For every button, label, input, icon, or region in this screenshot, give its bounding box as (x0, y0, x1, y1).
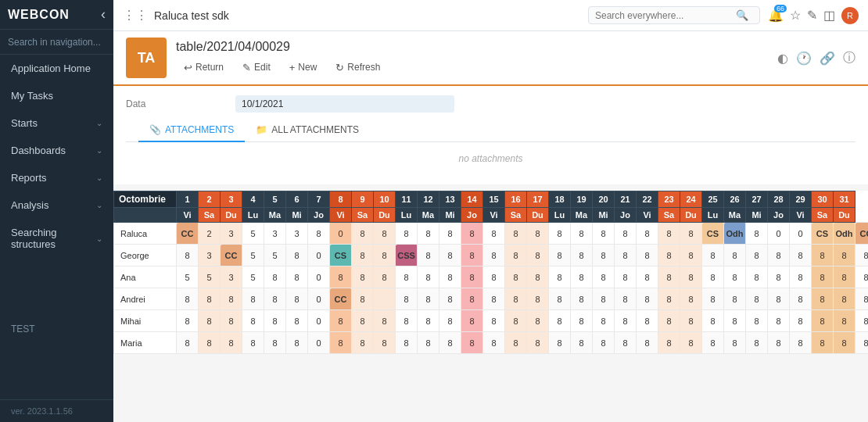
calendar-cell: CC (855, 223, 869, 245)
calendar-cell: 8 (374, 266, 396, 288)
calendar-cell: 8 (855, 310, 869, 332)
star-icon[interactable]: ☆ (790, 8, 801, 23)
calendar-cell: 8 (286, 266, 308, 288)
calendar-cell: 0 (330, 223, 352, 245)
edit-icon[interactable]: ✎ (807, 8, 817, 23)
calendar-cell: 8 (439, 223, 461, 245)
info-icon[interactable]: ⓘ (843, 50, 855, 66)
search-input[interactable] (595, 10, 736, 21)
calendar-cell: 5 (177, 266, 199, 288)
sidebar-item-searching-structures[interactable]: Searching structures ⌄ (0, 219, 113, 258)
tab-attachments[interactable]: 📎 ATTACHMENTS (138, 119, 245, 142)
calendar-cell: 8 (199, 310, 221, 332)
sidebar-collapse-button[interactable]: ‹ (101, 6, 106, 23)
calendar-cell: 8 (527, 310, 549, 332)
refresh-button[interactable]: ↻ Refresh (328, 59, 388, 77)
new-button[interactable]: + New (282, 59, 325, 77)
calendar-cell: 8 (177, 310, 199, 332)
row-name-cell: Ana (114, 266, 177, 288)
calendar-cell: 8 (812, 288, 834, 310)
calendar-cell: 8 (768, 288, 790, 310)
chevron-down-icon: ⌄ (96, 146, 102, 155)
user-icon[interactable]: R (841, 7, 859, 24)
calendar-cell: 8 (549, 310, 571, 332)
sidebar-item-starts[interactable]: Starts ⌄ (0, 109, 113, 137)
calendar-cell: 8 (658, 266, 680, 288)
calendar-cell: 8 (680, 245, 702, 266)
calendar-cell (374, 288, 396, 310)
calendar-cell: 8 (330, 266, 352, 288)
layout-icon[interactable]: ◫ (823, 8, 835, 23)
calendar-cell: 8 (483, 288, 505, 310)
calendar-cell: 8 (593, 245, 615, 266)
sidebar-item-analysis[interactable]: Analysis ⌄ (0, 191, 113, 219)
calendar-cell: 5 (264, 245, 286, 266)
search-icon: 🔍 (736, 9, 748, 21)
calendar-cell: 8 (593, 223, 615, 245)
calendar-cell: 8 (549, 223, 571, 245)
calendar-cell: 8 (615, 332, 637, 354)
sidebar-item-my-tasks[interactable]: My Tasks (0, 82, 113, 109)
edit-button[interactable]: ✎ Edit (235, 59, 278, 77)
calendar-cell: 8 (637, 223, 658, 245)
calendar-cell: Odh (724, 223, 746, 245)
tab-all-attachments[interactable]: 📁 ALL ATTACHMENTS (245, 119, 370, 142)
calendar-cell: 8 (790, 288, 812, 310)
calendar-cell: 8 (812, 332, 834, 354)
calendar-cell: 0 (308, 332, 330, 354)
toggle-icon[interactable]: ◐ (777, 51, 788, 66)
sidebar-item-reports[interactable]: Reports ⌄ (0, 164, 113, 191)
calendar-cell: 8 (724, 266, 746, 288)
calendar-cell: CC (221, 245, 242, 266)
calendar-cell: 5 (199, 266, 221, 288)
calendar-cell: 8 (221, 310, 242, 332)
calendar-cell: CS (702, 223, 724, 245)
topbar-icons: 🔔 66 ☆ ✎ ◫ R (768, 7, 859, 24)
calendar-cell: 8 (264, 266, 286, 288)
notification-icon[interactable]: 🔔 66 (768, 8, 784, 23)
calendar-cell: 8 (396, 332, 418, 354)
calendar-cell: 8 (768, 245, 790, 266)
calendar-cell: 8 (571, 332, 593, 354)
calendar-cell: 8 (352, 332, 374, 354)
sidebar-search-label: Search in navigation... (8, 37, 101, 48)
chevron-down-icon: ⌄ (96, 234, 102, 243)
calendar-cell: 8 (834, 310, 855, 332)
clock-icon[interactable]: 🕐 (796, 51, 812, 66)
calendar-cell: 8 (439, 245, 461, 266)
topbar-search-container[interactable]: 🔍 (588, 6, 760, 24)
calendar-cell: 8 (593, 266, 615, 288)
link-icon[interactable]: 🔗 (820, 51, 835, 66)
calendar-cell: 8 (571, 288, 593, 310)
calendar-cell: 8 (637, 288, 658, 310)
sidebar-item-label: Application Home (11, 63, 91, 74)
topbar-title: Raluca test sdk (154, 9, 588, 22)
calendar-cell: 8 (221, 288, 242, 310)
calendar-cell: 8 (286, 310, 308, 332)
calendar-cell: 8 (505, 245, 527, 266)
sidebar-search-area[interactable]: Search in navigation... (0, 30, 113, 55)
calendar-cell: 3 (264, 223, 286, 245)
calendar-cell: 8 (615, 310, 637, 332)
calendar-cell: 8 (790, 332, 812, 354)
content-area: TA table/2021/04/00029 ↩ Return ✎ Edit +… (113, 31, 868, 422)
calendar-cell: 8 (242, 332, 264, 354)
calendar-cell: 8 (768, 332, 790, 354)
no-attachments-message: no attachments (126, 142, 855, 175)
calendar-cell: 8 (418, 332, 439, 354)
calendar-cell: 8 (790, 266, 812, 288)
edit-icon: ✎ (242, 62, 251, 73)
item-path: table/2021/04/00029 (176, 40, 768, 54)
calendar-cell: 0 (308, 266, 330, 288)
calendar-cell: 8 (658, 310, 680, 332)
calendar-cell: 8 (439, 288, 461, 310)
return-button[interactable]: ↩ Return (176, 59, 231, 77)
calendar-cell: 8 (855, 332, 869, 354)
sidebar-item-dashboards[interactable]: Dashboards ⌄ (0, 137, 113, 164)
sidebar-item-application-home[interactable]: Application Home (0, 55, 113, 82)
form-area: Data 10/1/2021 📎 ATTACHMENTS 📁 ALL ATTAC… (113, 86, 868, 184)
calendar-cell: 8 (242, 310, 264, 332)
calendar-cell: 8 (396, 223, 418, 245)
calendar-cell: 8 (527, 266, 549, 288)
data-label: Data (126, 98, 235, 109)
